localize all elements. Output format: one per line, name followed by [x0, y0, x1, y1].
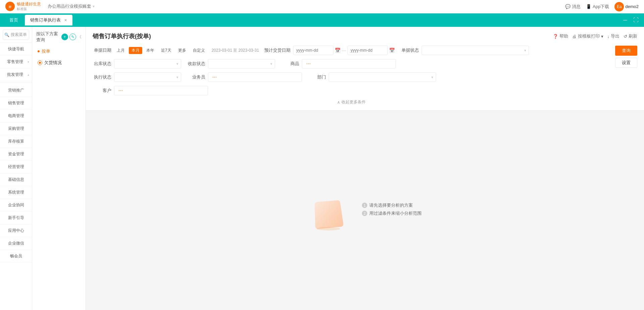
- expected-date-end[interactable]: [347, 46, 388, 55]
- filter-exec-item: 执行状态: [93, 72, 181, 82]
- dept-label: 部门: [307, 74, 326, 80]
- settings-button[interactable]: 设置: [615, 58, 637, 68]
- print-dropdown-icon[interactable]: ▾: [601, 34, 603, 39]
- search-menu-button[interactable]: 🔍 搜索菜单: [3, 30, 29, 40]
- salesperson-dots[interactable]: ···: [212, 74, 217, 80]
- filter-area: 销售订单执行表(按单) ❓ 帮助 🖨 按模板打印 ▾ ↓: [86, 27, 644, 111]
- filter-goods-item: 商品 ···: [280, 59, 396, 68]
- sidebar-item-sales-label: 销售管理: [3, 100, 29, 106]
- goods-label: 商品: [280, 61, 299, 67]
- sidebar-item-ecom[interactable]: 电商管理: [0, 110, 32, 122]
- status-label: 单据状态: [400, 47, 419, 53]
- tab-sales-order[interactable]: 销售订单执行表 ✕: [25, 15, 72, 25]
- sidebar-item-wholesale[interactable]: 批发管理 ▴: [0, 68, 32, 81]
- customer-input-area[interactable]: ···: [114, 86, 208, 95]
- filter-row-4: 客户 ···: [93, 86, 610, 95]
- date-separator: —: [342, 48, 346, 53]
- breadcrumb-arrow-icon[interactable]: ▾: [93, 4, 95, 9]
- sidebar-item-quicknav[interactable]: 快捷导航: [0, 43, 32, 56]
- sidebar-retail-arrow-icon: ▾: [28, 60, 29, 64]
- tab-minimize-icon[interactable]: ─: [621, 16, 629, 24]
- left-panel-add-btn[interactable]: +: [61, 34, 68, 40]
- logo-area: 好 畅捷通好生意 标准版: [5, 2, 41, 11]
- search-button[interactable]: 查询: [615, 46, 637, 56]
- payment-select[interactable]: [208, 59, 275, 68]
- exec-select[interactable]: [114, 72, 181, 82]
- tab-close-icon[interactable]: ✕: [64, 18, 67, 22]
- collapse-more-btn[interactable]: ∧ 收起更多条件: [93, 99, 610, 105]
- help-btn[interactable]: ❓ 帮助: [553, 33, 568, 39]
- goods-dots[interactable]: ···: [306, 61, 311, 67]
- sidebar-item-retail[interactable]: 零售管理 ▾: [0, 56, 32, 68]
- user-area[interactable]: Ea demo2: [614, 2, 639, 11]
- sidebar-item-purchase[interactable]: 采购管理: [0, 122, 32, 135]
- avatar: Ea: [614, 2, 624, 11]
- left-panel-header: 按以下方案查询 + ✎ 《: [32, 31, 86, 46]
- shortcut-this-month[interactable]: 本月: [129, 47, 142, 54]
- left-panel-item-欠货情况[interactable]: 欠货情况: [32, 57, 86, 68]
- logo-sub: 标准版: [17, 7, 41, 11]
- cal-start-icon[interactable]: 📅: [335, 48, 340, 53]
- sidebar-item-member[interactable]: 畅会员: [0, 250, 32, 263]
- cal-end-icon[interactable]: 📅: [389, 48, 395, 53]
- refresh-label: 刷新: [629, 33, 637, 39]
- inactive-dot-icon: [38, 60, 42, 65]
- customer-label: 客户: [93, 88, 111, 94]
- sidebar-item-enterprise[interactable]: 企业协同: [0, 199, 32, 212]
- tab-home[interactable]: 首页: [4, 15, 23, 25]
- user-name: demo2: [625, 4, 639, 9]
- filter-fields: 单据日期 上月 本月 本年 近7天 更多 自定义 2023-03-01 至 20…: [93, 46, 610, 105]
- filter-salesperson-item: 业务员 ···: [186, 72, 302, 82]
- sidebar-item-newbie[interactable]: 新手引导: [0, 212, 32, 224]
- sidebar-item-operations[interactable]: 经营管理: [0, 161, 32, 173]
- left-panel: 按以下方案查询 + ✎ 《 按单: [32, 27, 86, 310]
- sidebar-item-wechat[interactable]: 企业微信: [0, 237, 32, 250]
- salesperson-label: 业务员: [186, 74, 205, 80]
- sidebar-item-purchase-label: 采购管理: [3, 126, 29, 132]
- app-download-action[interactable]: 📱 App下载: [586, 4, 609, 10]
- shortcut-last-month[interactable]: 上月: [114, 47, 127, 54]
- salesperson-input-area[interactable]: ···: [208, 72, 302, 82]
- page-title: 销售订单执行表(按单): [93, 32, 151, 40]
- tab-expand-icon[interactable]: ⛶: [632, 16, 640, 24]
- customer-dots[interactable]: ···: [118, 88, 123, 94]
- shortcut-7days[interactable]: 近7天: [158, 47, 174, 54]
- left-panel-item-按单[interactable]: 按单: [32, 46, 86, 57]
- collapse-up-icon: ∧: [337, 100, 340, 105]
- sidebar-item-system[interactable]: 系统管理: [0, 186, 32, 199]
- top-bar-left: 好 畅捷通好生意 标准版 办公用品行业模拟账套 ▾: [5, 2, 95, 11]
- shortcut-this-year[interactable]: 本年: [144, 47, 157, 54]
- sidebar-item-marketing[interactable]: 营销推广: [0, 84, 32, 97]
- add-icon: +: [63, 35, 66, 39]
- sidebar-wholesale-arrow-icon: ▴: [28, 73, 29, 76]
- sidebar-item-finance-label: 资金管理: [3, 151, 29, 157]
- sidebar-item-retail-label: 零售管理: [3, 59, 28, 65]
- status-select[interactable]: [422, 46, 529, 55]
- filter-row-3: 执行状态 业务员 ···: [93, 72, 610, 82]
- print-icon: 🖨: [572, 34, 577, 39]
- print-btn[interactable]: 🖨 按模板打印 ▾: [572, 33, 603, 39]
- message-icon: 💬: [565, 4, 571, 9]
- sidebar-item-appcenter[interactable]: 应用中心: [0, 224, 32, 237]
- top-bar-right: 💬 消息 📱 App下载 Ea demo2: [565, 2, 639, 11]
- sidebar-item-finance[interactable]: 资金管理: [0, 148, 32, 161]
- sidebar-item-sales[interactable]: 销售管理: [0, 97, 32, 110]
- goods-input-area[interactable]: ···: [302, 59, 396, 68]
- inactive-dot-inner: [39, 62, 41, 64]
- svg-text:好: 好: [8, 5, 12, 8]
- shortcut-more[interactable]: 更多: [175, 47, 189, 54]
- left-panel-title: 按以下方案查询: [36, 31, 61, 43]
- filter-dept-item: 部门: [307, 72, 436, 82]
- dept-select[interactable]: [329, 72, 436, 82]
- shortcut-custom[interactable]: 自定义: [190, 47, 208, 54]
- left-panel-collapse-btn[interactable]: 《: [77, 34, 82, 40]
- ship-select[interactable]: [114, 59, 181, 68]
- empty-num-1: 1: [362, 203, 367, 208]
- expected-date-start[interactable]: [293, 46, 333, 55]
- message-action[interactable]: 💬 消息: [565, 4, 581, 10]
- refresh-btn[interactable]: ↺ 刷新: [624, 33, 637, 39]
- sidebar-item-inventory[interactable]: 库存核算: [0, 135, 32, 148]
- export-btn[interactable]: ↓ 导出: [607, 33, 620, 39]
- left-panel-edit-btn[interactable]: ✎: [69, 34, 76, 40]
- sidebar-item-basics[interactable]: 基础信息: [0, 173, 32, 186]
